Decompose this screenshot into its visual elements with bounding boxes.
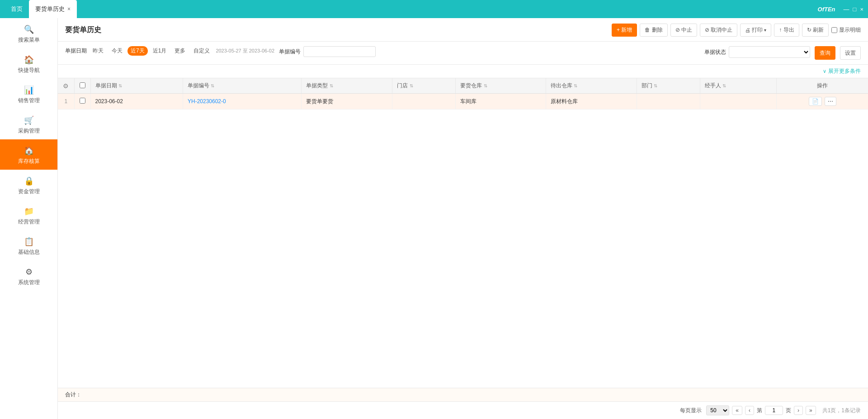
th-action-label: 操作	[817, 82, 828, 89]
row-check	[74, 94, 90, 110]
th-req-warehouse-label: 要货仓库	[460, 82, 482, 89]
sidebar-item-quick-nav[interactable]: 🏠 快捷导航	[0, 48, 57, 79]
action-btns: 📄 ⋯	[781, 97, 863, 106]
sort-icon-pending-warehouse[interactable]: ⇅	[574, 83, 577, 88]
sidebar-item-label: 采购管理	[18, 127, 40, 135]
refresh-button[interactable]: ↻ 刷新	[802, 24, 829, 37]
date-btn-custom[interactable]: 自定义	[190, 46, 213, 56]
purchase-mgmt-icon: 🛒	[24, 115, 34, 125]
ops-mgmt-icon: 📁	[24, 206, 34, 216]
expand-more-btn[interactable]: ∨ 展开更多条件	[823, 67, 861, 75]
export-button[interactable]: ↑ 导出	[774, 24, 799, 37]
sidebar-item-search-menu[interactable]: 🔍 搜索菜单	[0, 18, 57, 48]
tab-close-icon[interactable]: ×	[67, 6, 71, 12]
sidebar-item-label: 库存核算	[18, 157, 40, 165]
main-layout: 🔍 搜索菜单 🏠 快捷导航 📊 销售管理 🛒 采购管理 🏠 库存核算 🔒 资金管…	[0, 18, 868, 419]
th-type-label: 单据类型	[306, 82, 328, 89]
first-page-btn[interactable]: «	[732, 406, 742, 415]
date-filter: 单据日期 昨天 今天 近7天 近1月 更多 自定义 2023-05-27 至 2…	[65, 46, 274, 56]
prev-page-btn[interactable]: ‹	[745, 406, 754, 415]
sidebar-item-inventory-calc[interactable]: 🏠 库存核算	[0, 139, 57, 170]
sidebar-item-fund-mgmt[interactable]: 🔒 资金管理	[0, 170, 57, 200]
page-input-prefix: 第	[757, 407, 762, 414]
row-checkbox[interactable]	[80, 98, 85, 104]
table-row: 1 2023-06-02 YH-20230602-0 要货单要货 车间库 原材料…	[58, 94, 868, 110]
row-no-link[interactable]: YH-20230602-0	[188, 98, 226, 105]
sort-icon-date[interactable]: ⇅	[118, 83, 122, 88]
print-button[interactable]: 🖨 打印 ▾	[740, 24, 771, 37]
expand-more-row: ∨ 展开更多条件	[58, 65, 868, 78]
column-settings-icon[interactable]: ⚙	[63, 82, 69, 90]
row-req-warehouse: 车间库	[456, 94, 546, 110]
sidebar-item-sys-mgmt[interactable]: ⚙ 系统管理	[0, 261, 57, 291]
th-date: 单据日期 ⇅	[90, 78, 183, 94]
new-button[interactable]: + 新增	[612, 24, 637, 37]
print-chevron-icon: ▾	[764, 28, 766, 33]
row-store	[392, 94, 456, 110]
more-icon: ⋯	[828, 98, 833, 105]
top-bar: 首页 要货单历史 × OfTEn — □ ×	[0, 0, 868, 18]
window-controls: OfTEn — □ ×	[818, 6, 863, 13]
query-button[interactable]: 查询	[815, 46, 835, 60]
total-info: 共1页，1条记录	[822, 407, 861, 414]
date-btn-yesterday[interactable]: 昨天	[90, 46, 107, 56]
settings-button[interactable]: 设置	[840, 46, 861, 60]
sidebar-item-sales-mgmt[interactable]: 📊 销售管理	[0, 79, 57, 109]
row-dept	[637, 94, 700, 110]
th-pending-warehouse: 待出仓库 ⇅	[546, 78, 637, 94]
display-detail-toggle[interactable]: 显示明细	[831, 26, 861, 34]
sort-icon-no[interactable]: ⇅	[211, 83, 214, 88]
th-type: 单据类型 ⇅	[302, 78, 392, 94]
sidebar-item-label: 基础信息	[18, 248, 40, 256]
doc-status-label: 单据状态	[704, 48, 726, 56]
delete-button[interactable]: 🗑 删除	[640, 24, 667, 37]
row-actions: 📄 ⋯	[777, 94, 868, 110]
sort-icon-type[interactable]: ⇅	[330, 83, 333, 88]
page-size-select[interactable]: 50 20 100	[706, 405, 729, 415]
page-input[interactable]	[765, 406, 783, 415]
th-handler-label: 经手人	[705, 82, 721, 89]
doc-status-select[interactable]	[729, 46, 810, 58]
more-action-btn[interactable]: ⋯	[825, 97, 836, 106]
select-all-checkbox[interactable]	[80, 82, 85, 88]
last-page-btn[interactable]: »	[806, 406, 816, 415]
date-btn-more[interactable]: 更多	[171, 46, 189, 56]
th-dept-label: 部门	[642, 82, 652, 89]
next-page-btn[interactable]: ›	[794, 406, 803, 415]
sidebar-item-purchase-mgmt[interactable]: 🛒 采购管理	[0, 109, 57, 139]
content-area: 要货单历史 + 新增 🗑 删除 ⊘ 中止 ⊘ 取消中止 🖨 打印 ▾ ↑ 导出 …	[58, 18, 868, 419]
sort-icon-dept[interactable]: ⇅	[654, 83, 657, 88]
brand-label: OfTEn	[818, 6, 835, 13]
close-btn[interactable]: ×	[860, 6, 863, 13]
th-handler: 经手人 ⇅	[700, 78, 777, 94]
display-detail-checkbox[interactable]	[831, 27, 837, 33]
sort-icon-req-warehouse[interactable]: ⇅	[484, 83, 487, 88]
sort-icon-handler[interactable]: ⇅	[722, 83, 726, 88]
tab-requisition-history[interactable]: 要货单历史 ×	[29, 0, 77, 18]
th-store: 门店 ⇅	[392, 78, 456, 94]
minimize-btn[interactable]: —	[844, 6, 849, 13]
date-btn-today[interactable]: 今天	[108, 46, 126, 56]
maximize-btn[interactable]: □	[853, 6, 857, 13]
pagination: 每页显示 50 20 100 « ‹ 第 页 › » 共1页，1条记录	[58, 401, 868, 419]
doc-no-filter: 单据编号	[279, 46, 376, 57]
th-check	[74, 78, 90, 94]
cancel-stop-button[interactable]: ⊘ 取消中止	[700, 24, 737, 37]
date-btn-7days[interactable]: 近7天	[127, 46, 148, 56]
table-wrapper: ⚙ 单据日期 ⇅ 单据编号 ⇅	[58, 78, 868, 388]
sidebar-item-basic-info[interactable]: 📋 基础信息	[0, 230, 57, 261]
sort-icon-store[interactable]: ⇅	[410, 83, 413, 88]
view-action-btn[interactable]: 📄	[809, 97, 822, 106]
sidebar-item-label: 搜索菜单	[18, 36, 40, 44]
date-btn-1month[interactable]: 近1月	[150, 46, 170, 56]
sidebar-item-ops-mgmt[interactable]: 📁 经营管理	[0, 200, 57, 230]
doc-no-input[interactable]	[303, 46, 376, 57]
print-icon: 🖨	[745, 27, 750, 33]
stop-button[interactable]: ⊘ 中止	[670, 24, 697, 37]
page-title: 要货单历史	[65, 25, 101, 35]
tab-home[interactable]: 首页	[5, 0, 29, 18]
date-filter-label: 单据日期	[65, 47, 87, 55]
expand-more-label: 展开更多条件	[828, 67, 861, 75]
print-label: 打印	[752, 26, 763, 34]
sidebar-item-label: 销售管理	[18, 97, 40, 105]
